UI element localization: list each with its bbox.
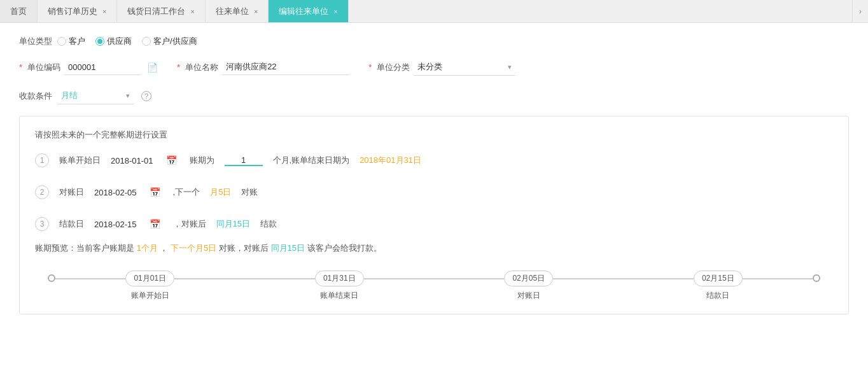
- tab-bar: 首页 销售订单历史 × 钱货日清工作台 × 往来单位 × 编辑往来单位 × ›: [0, 0, 868, 23]
- unit-name-label: 单位名称: [185, 62, 218, 73]
- timeline-label-2: 账单结束日: [320, 290, 358, 301]
- timeline-node-1: 01月01日 账单开始日: [55, 271, 245, 301]
- radio-both[interactable]: 客户/供应商: [142, 36, 197, 47]
- payment-terms-row: 收款条件 月结 ▾ ?: [19, 87, 849, 104]
- step-3-highlight: 同月15日: [216, 218, 250, 230]
- step-3-suffix: 结款: [260, 218, 277, 230]
- step-1-num: 1: [35, 153, 49, 167]
- tab-partner-unit[interactable]: 往来单位 ×: [206, 0, 269, 22]
- preview-text: 账期预览：当前客户账期是 1个月 ， 下一个月5日 对账，对账后 同月15日 该…: [35, 241, 833, 255]
- step-3-date: 2018-02-15: [94, 220, 137, 229]
- radio-supplier-label: 供应商: [107, 36, 132, 47]
- unit-code-label: 单位编码: [27, 62, 60, 73]
- unit-type-row: 单位类型 客户 供应商 客户/供应商: [19, 36, 849, 47]
- step-1-end-date: 2018年01月31日: [360, 155, 421, 166]
- code-required-star: *: [19, 62, 22, 72]
- payment-terms-select[interactable]: 月结 ▾: [57, 87, 134, 104]
- step-1-period-label: 账期为: [190, 155, 214, 166]
- step-3-calendar-icon[interactable]: 📅: [150, 219, 160, 229]
- unit-type-label: 单位类型: [19, 36, 52, 47]
- timeline: 01月01日 账单开始日 01月31日 账单结束日 02月05日: [35, 271, 833, 301]
- step-3-label: 结款日: [59, 218, 84, 230]
- period-input[interactable]: [225, 155, 263, 166]
- radio-both-label: 客户/供应商: [153, 36, 197, 47]
- unit-category-group: * 单位分类 未分类 ▾: [368, 59, 515, 76]
- radio-supplier[interactable]: 供应商: [95, 36, 132, 47]
- unit-name-group: * 单位名称: [177, 60, 349, 75]
- step-2-num: 2: [35, 185, 49, 199]
- tab-sales-close[interactable]: ×: [102, 8, 106, 15]
- unit-category-label: 单位分类: [377, 62, 410, 73]
- unit-category-select[interactable]: 未分类 ▾: [414, 59, 515, 76]
- preview-highlight3: 同月15日: [271, 243, 305, 253]
- unit-code-calendar-icon[interactable]: 📄: [147, 62, 158, 73]
- payment-terms-help-icon[interactable]: ?: [141, 91, 151, 101]
- tab-partner-close[interactable]: ×: [254, 8, 258, 15]
- category-chevron-icon: ▾: [508, 63, 512, 71]
- timeline-label-4: 结款日: [706, 290, 729, 301]
- tab-home[interactable]: 首页: [0, 0, 38, 22]
- tab-cash-label: 钱货日清工作台: [127, 6, 185, 17]
- timeline-pill-1: 01月01日: [125, 271, 174, 286]
- tab-cash-close[interactable]: ×: [190, 8, 194, 15]
- timeline-pill-2: 01月31日: [315, 271, 364, 286]
- step-3-prefix: ，对账后: [173, 218, 206, 230]
- tab-cash-clearing[interactable]: 钱货日清工作台 ×: [117, 0, 205, 22]
- timeline-dot-right: [813, 274, 820, 282]
- step-1-date: 2018-01-01: [111, 156, 153, 165]
- step-3-row: 3 结款日 2018-02-15 📅 ，对账后 同月15日 结款: [35, 217, 833, 231]
- unit-code-input[interactable]: [64, 60, 141, 75]
- timeline-right-dot: [813, 271, 820, 282]
- radio-customer[interactable]: 客户: [57, 36, 85, 47]
- preview-label: 账期预览：当前客户账期是: [35, 243, 134, 253]
- step-2-date: 2018-02-05: [94, 188, 137, 197]
- step-2-highlight: 月5日: [210, 186, 231, 198]
- step-2-calendar-icon[interactable]: 📅: [150, 187, 160, 197]
- payment-terms-chevron: ▾: [126, 92, 130, 100]
- tab-edit-close[interactable]: ×: [333, 8, 337, 15]
- step-1-row: 1 账单开始日 2018-01-01 📅 账期为 个月,账单结束日期为 2018…: [35, 153, 833, 167]
- tab-edit-partner[interactable]: 编辑往来单位 ×: [269, 0, 348, 22]
- timeline-pill-4: 02月15日: [694, 271, 743, 286]
- step-1-label: 账单开始日: [59, 155, 101, 166]
- radio-customer-circle: [57, 37, 66, 46]
- step-2-label: 对账日: [59, 186, 84, 198]
- unit-name-input[interactable]: [222, 60, 349, 75]
- timeline-label-1: 账单开始日: [131, 290, 169, 301]
- unit-category-value: 未分类: [417, 61, 505, 73]
- preview-highlight2: 下一个月5日: [171, 243, 216, 253]
- payment-terms-label: 收款条件: [19, 90, 52, 102]
- preview-highlight1: 1个月: [137, 243, 158, 253]
- tab-more-arrow[interactable]: ›: [852, 0, 868, 22]
- payment-terms-value: 月结: [61, 90, 123, 101]
- step-2-suffix: 对账: [241, 186, 258, 198]
- unit-info-row: * 单位编码 📄 * 单位名称 * 单位分类 未分类 ▾: [19, 59, 849, 76]
- tab-sales-label: 销售订单历史: [48, 6, 97, 17]
- timeline-node-2: 01月31日 账单结束日: [245, 271, 435, 301]
- step-3-num: 3: [35, 217, 49, 231]
- tab-home-label: 首页: [10, 6, 27, 17]
- name-required-star: *: [177, 62, 180, 72]
- tab-sales-order-history[interactable]: 销售订单历史 ×: [38, 0, 117, 22]
- radio-customer-label: 客户: [69, 36, 85, 47]
- timeline-left-dot: [48, 271, 55, 282]
- tab-edit-label: 编辑往来单位: [279, 6, 328, 17]
- step-2-prefix: ,下一个: [173, 186, 200, 198]
- radio-supplier-circle: [95, 37, 104, 46]
- step-2-row: 2 对账日 2018-02-05 📅 ,下一个 月5日 对账: [35, 185, 833, 199]
- timeline-pill-3: 02月05日: [504, 271, 553, 286]
- step-1-calendar-icon[interactable]: 📅: [166, 155, 177, 165]
- period-settings-section: 请按照未来的一个完整帐期进行设置 1 账单开始日 2018-01-01 📅 账期…: [19, 116, 849, 314]
- preview-text3: 对账，对账后: [219, 243, 269, 253]
- page-content: 单位类型 客户 供应商 客户/供应商 * 单位编码 📄 * 单位名称: [0, 23, 868, 387]
- unit-type-radio-group: 客户 供应商 客户/供应商: [57, 36, 197, 47]
- section-title: 请按照未来的一个完整帐期进行设置: [35, 129, 833, 141]
- timeline-node-3: 02月05日 对账日: [434, 271, 624, 301]
- step-1-period-unit: 个月,账单结束日期为: [273, 155, 350, 166]
- radio-both-circle: [142, 37, 151, 46]
- preview-sep1: ，: [160, 243, 168, 253]
- timeline-dot-left: [48, 274, 55, 282]
- timeline-node-4: 02月15日 结款日: [624, 271, 813, 301]
- timeline-label-3: 对账日: [517, 290, 540, 301]
- cat-required-star: *: [368, 62, 372, 72]
